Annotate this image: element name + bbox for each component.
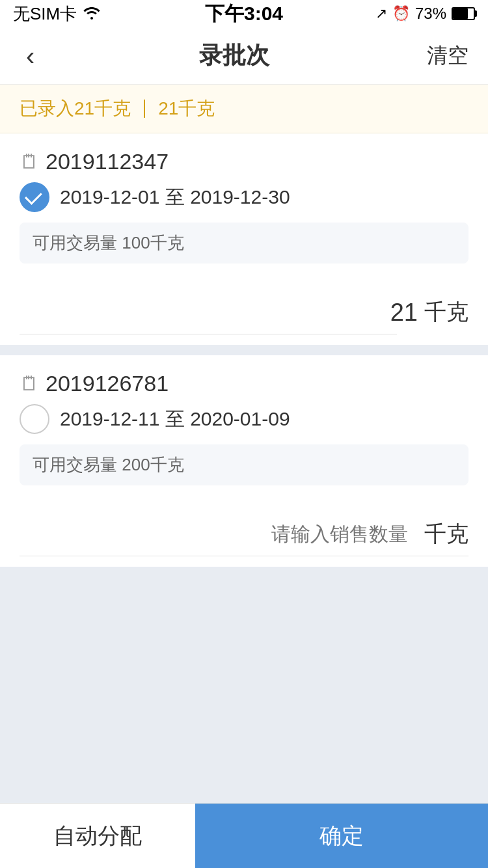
confirm-button[interactable]: 确定 [195,804,488,868]
auto-distribute-button[interactable]: 自动分配 [0,804,195,868]
batch1-header: 🗒 2019112347 [20,149,468,174]
banner-divider [144,100,145,118]
carrier-text: 无SIM卡 [13,3,77,25]
battery-icon [452,7,475,20]
info-banner: 已录入21千克 21千克 [0,85,488,133]
nav-bar: ‹ 录批次 清空 [0,27,488,85]
batch2-header: 🗒 2019126781 [20,371,468,396]
batch2-date-row: 2019-12-11 至 2020-01-09 [20,404,468,434]
section-divider [0,345,488,355]
batch1-unit: 千克 [424,297,468,327]
bottom-bar: 自动分配 确定 [0,803,488,868]
batch2-radio[interactable] [20,404,49,434]
batch1-radio[interactable] [20,182,49,212]
batch2-available: 可用交易量 200千克 [20,444,468,485]
batch2-date: 2019-12-11 至 2020-01-09 [60,406,290,433]
batch1-available: 可用交易量 100千克 [20,223,468,264]
battery-text: 73% [415,5,446,23]
batch1-date: 2019-12-01 至 2019-12-30 [60,184,290,211]
page-title: 录批次 [199,40,269,72]
back-button[interactable]: ‹ [20,36,41,75]
batch2-unit: 千克 [424,519,468,549]
already-recorded: 已录入21千克 [20,96,131,121]
batch1-date-row: 2019-12-01 至 2019-12-30 [20,182,468,212]
batch1-id: 2019112347 [46,149,169,174]
batch-card-1: 🗒 2019112347 2019-12-01 至 2019-12-30 可用交… [0,133,488,345]
batch1-amount-row: 21 千克 [0,287,488,334]
clear-button[interactable]: 清空 [427,42,468,70]
batch1-doc-icon: 🗒 [20,151,39,173]
status-bar: 无SIM卡 下午3:04 ↗ ⏰ 73% [0,0,488,27]
location-icon: ↗ [375,5,387,22]
total-amount: 21千克 [158,96,215,121]
alarm-icon: ⏰ [392,5,410,22]
batch1-amount: 21 [390,299,418,327]
batch2-id: 2019126781 [46,371,169,396]
quantity-input[interactable] [157,523,418,545]
status-time: 下午3:04 [205,1,283,27]
batch-card-2: 🗒 2019126781 2019-12-11 至 2020-01-09 可用交… [0,355,488,567]
batch2-input-row[interactable]: 千克 [0,509,488,556]
status-left: 无SIM卡 [13,3,102,25]
status-right: ↗ ⏰ 73% [375,5,475,23]
batch2-doc-icon: 🗒 [20,373,39,395]
wifi-icon [82,4,102,24]
